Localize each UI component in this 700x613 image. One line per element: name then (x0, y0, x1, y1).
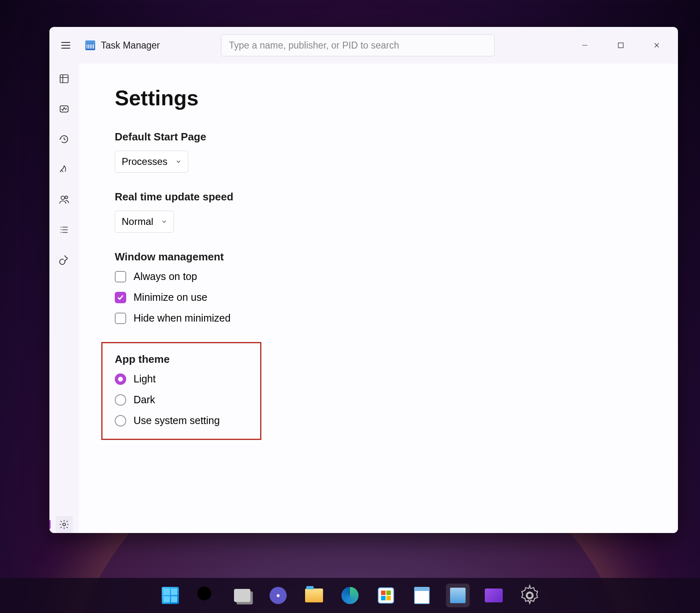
svg-point-6 (197, 586, 211, 600)
clipchamp-icon (485, 589, 503, 602)
window-controls (567, 33, 675, 58)
window-management-section: Window management Always on top Minimize… (115, 251, 642, 324)
radio-selected-icon (115, 373, 126, 385)
settings-icon[interactable] (56, 516, 73, 533)
titlebar: Task Manager (49, 27, 678, 64)
gear-icon (518, 584, 542, 607)
always-on-top-checkbox[interactable]: Always on top (115, 271, 642, 282)
theme-light-radio[interactable]: Light (115, 373, 248, 385)
task-manager-icon (450, 588, 466, 603)
folder-icon (305, 589, 323, 602)
close-button[interactable] (639, 33, 675, 58)
performance-icon[interactable] (58, 103, 70, 115)
radio-icon (115, 394, 126, 406)
hide-when-minimized-checkbox[interactable]: Hide when minimized (115, 312, 642, 324)
file-explorer-button[interactable] (302, 584, 326, 607)
minimize-on-use-checkbox[interactable]: Minimize on use (115, 291, 642, 303)
maximize-button[interactable] (603, 33, 639, 58)
default-start-page-dropdown[interactable]: Processes (115, 151, 188, 173)
users-icon[interactable] (58, 193, 70, 206)
update-speed-dropdown[interactable]: Normal (115, 211, 174, 233)
app-theme-highlight: App theme Light Dark Use system setting (101, 342, 261, 440)
task-view-icon (234, 589, 250, 602)
notepad-button[interactable] (410, 584, 434, 607)
search-input[interactable] (221, 34, 495, 56)
app-history-icon[interactable] (58, 133, 70, 145)
startup-icon[interactable] (58, 163, 70, 175)
update-speed-section: Real time update speed Normal (115, 191, 642, 233)
store-button[interactable] (374, 584, 398, 607)
minimize-button[interactable] (567, 33, 603, 58)
app-theme-label: App theme (115, 353, 248, 366)
svg-point-3 (61, 196, 65, 200)
sidebar (49, 64, 79, 533)
page-title: Settings (115, 86, 642, 110)
chevron-down-icon (161, 219, 167, 224)
windows-icon (162, 587, 179, 604)
store-icon (378, 587, 394, 604)
chat-button[interactable]: ● (266, 584, 290, 607)
checkbox-icon (115, 271, 126, 282)
settings-taskbar-button[interactable] (518, 584, 542, 607)
chevron-down-icon (176, 159, 181, 164)
taskbar-search[interactable] (194, 584, 218, 607)
theme-light-label: Light (134, 373, 156, 385)
edge-icon (341, 587, 359, 604)
app-title: Task Manager (101, 40, 160, 51)
update-speed-label: Real time update speed (115, 191, 642, 203)
default-start-page-label: Default Start Page (115, 131, 642, 143)
app-icon (85, 40, 95, 50)
menu-icon[interactable] (58, 37, 74, 53)
update-speed-value: Normal (122, 216, 153, 227)
theme-dark-radio[interactable]: Dark (115, 394, 248, 406)
svg-point-5 (63, 523, 66, 526)
checkbox-icon (115, 313, 126, 324)
theme-system-label: Use system setting (134, 415, 220, 426)
default-start-page-section: Default Start Page Processes (115, 131, 642, 173)
start-button[interactable] (158, 584, 182, 607)
svg-rect-2 (60, 106, 68, 112)
svg-point-7 (527, 593, 533, 599)
always-on-top-label: Always on top (134, 271, 197, 282)
search-icon (194, 584, 218, 607)
svg-point-4 (65, 196, 68, 199)
details-icon[interactable] (58, 224, 70, 236)
task-manager-window: Task Manager Settings Default Start Page (49, 27, 678, 533)
checkbox-checked-icon (115, 292, 126, 303)
notepad-icon (414, 587, 430, 604)
processes-icon[interactable] (58, 73, 70, 85)
taskbar: ● (0, 578, 700, 613)
default-start-page-value: Processes (122, 156, 167, 167)
services-icon[interactable] (58, 254, 70, 266)
theme-system-radio[interactable]: Use system setting (115, 415, 248, 426)
svg-rect-0 (618, 43, 623, 48)
window-management-label: Window management (115, 251, 642, 263)
radio-icon (115, 415, 126, 426)
minimize-on-use-label: Minimize on use (134, 291, 207, 303)
task-view-button[interactable] (230, 584, 254, 607)
hide-when-minimized-label: Hide when minimized (134, 312, 231, 324)
svg-rect-1 (60, 75, 68, 83)
clipchamp-button[interactable] (482, 584, 506, 607)
chat-icon: ● (270, 587, 287, 604)
theme-dark-label: Dark (134, 394, 155, 406)
edge-button[interactable] (338, 584, 362, 607)
task-manager-taskbar-button[interactable] (446, 584, 470, 607)
settings-content: Settings Default Start Page Processes Re… (79, 64, 678, 533)
